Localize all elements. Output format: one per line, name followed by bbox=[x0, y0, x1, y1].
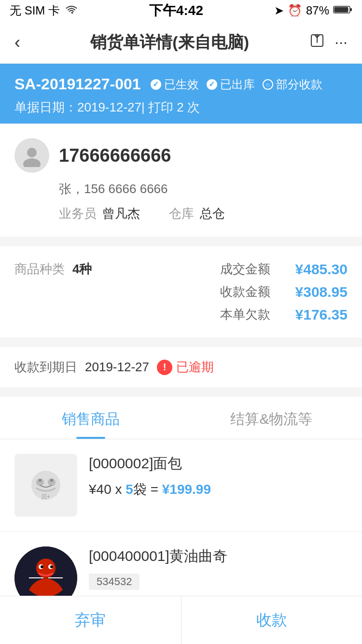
due-date-value: 2019-12-27 bbox=[85, 360, 149, 375]
salesperson-label: 业务员 bbox=[59, 205, 97, 222]
battery-icon bbox=[333, 4, 352, 17]
check-icon-1: ✓ bbox=[151, 79, 161, 90]
warehouse-info: 仓库 总仓 bbox=[169, 205, 225, 222]
status-badge-2: ✓ 已出库 bbox=[207, 77, 255, 92]
received-amount-value: ¥308.95 bbox=[280, 284, 348, 300]
salesperson-info: 业务员 曾凡杰 bbox=[59, 205, 140, 222]
product-price-1: ¥40 x bbox=[89, 482, 125, 497]
received-amount-row: 收款金额 ¥308.95 bbox=[220, 283, 348, 300]
status-right: ➤ ⏰ 87% bbox=[274, 4, 352, 17]
tab-settlement[interactable]: 结算&物流等 bbox=[181, 397, 362, 439]
svg-point-6 bbox=[23, 158, 41, 167]
svg-text:贝+: 贝+ bbox=[41, 493, 50, 500]
status-badge-1: ✓ 已生效 bbox=[151, 77, 199, 92]
carrier-label: 无 SIM 卡 bbox=[10, 3, 60, 18]
product-unit-1: 袋 bbox=[133, 482, 147, 497]
overdue-icon: ! bbox=[157, 360, 172, 375]
tabs-row: 销售商品 结算&物流等 bbox=[0, 397, 362, 439]
svg-point-5 bbox=[27, 148, 37, 157]
due-date-label: 收款到期日 bbox=[14, 359, 77, 376]
more-button[interactable]: ··· bbox=[334, 33, 348, 51]
status-badges: ✓ 已生效 ✓ 已出库 ○ 部分收款 bbox=[151, 77, 322, 92]
page-title: 销货单详情(来自电脑) bbox=[30, 31, 309, 54]
header-banner: SA-20191227-001 ✓ 已生效 ✓ 已出库 ○ 部分收款 单据日期：… bbox=[0, 64, 362, 124]
svg-rect-1 bbox=[350, 8, 352, 11]
print-info: | 打印 2 次 bbox=[141, 100, 200, 114]
category-value: 4种 bbox=[72, 261, 92, 278]
order-id: SA-20191227-001 bbox=[14, 75, 141, 93]
overdue-text: 已逾期 bbox=[176, 359, 214, 376]
tabs-section: 销售商品 结算&物流等 bbox=[0, 397, 362, 439]
product-total-1: ¥199.99 bbox=[162, 482, 211, 497]
share-button[interactable] bbox=[309, 33, 325, 52]
deal-amount-label: 成交金额 bbox=[220, 261, 270, 278]
product-image-1: 贝+ bbox=[14, 454, 77, 517]
status-left: 无 SIM 卡 bbox=[10, 3, 78, 18]
customer-row: 17666666666 bbox=[14, 138, 348, 173]
banner-row1: SA-20191227-001 ✓ 已生效 ✓ 已出库 ○ 部分收款 bbox=[14, 75, 348, 93]
customer-name: 17666666666 bbox=[59, 145, 171, 166]
check-icon-2: ✓ bbox=[207, 79, 217, 90]
nav-actions: ··· bbox=[309, 33, 348, 52]
warehouse-value: 总仓 bbox=[200, 205, 225, 222]
salesperson-value: 曾凡杰 bbox=[102, 205, 140, 222]
collect-payment-button[interactable]: 收款 bbox=[181, 596, 362, 644]
separator-1 bbox=[0, 241, 362, 246]
debt-amount-row: 本单欠款 ¥176.35 bbox=[220, 306, 348, 323]
product-equals-1: = bbox=[147, 482, 162, 497]
warehouse-label: 仓库 bbox=[169, 205, 194, 222]
status-badge-3: ○ 部分收款 bbox=[263, 77, 322, 92]
category-label: 商品种类 bbox=[14, 261, 65, 278]
separator-2 bbox=[0, 342, 362, 347]
cancel-audit-button[interactable]: 弃审 bbox=[0, 596, 181, 644]
product-name-1: [0000002]面包 bbox=[89, 454, 348, 474]
wifi-icon bbox=[65, 4, 78, 17]
stats-right: 成交金额 ¥485.30 收款金额 ¥308.95 本单欠款 ¥176.35 bbox=[220, 261, 348, 323]
product-name-2: [000400001]黄油曲奇 bbox=[89, 546, 348, 566]
alarm-icon: ⏰ bbox=[288, 4, 302, 17]
product-qty-1: 5 bbox=[125, 482, 133, 497]
category-row: 商品种类 4种 bbox=[14, 261, 92, 278]
debt-amount-label: 本单欠款 bbox=[220, 306, 270, 323]
received-amount-label: 收款金额 bbox=[220, 283, 270, 300]
date-label: 单据日期： bbox=[14, 100, 77, 114]
debt-amount-value: ¥176.35 bbox=[280, 307, 348, 323]
banner-date-row: 单据日期：2019-12-27| 打印 2 次 bbox=[14, 99, 348, 116]
deal-amount-row: 成交金额 ¥485.30 bbox=[220, 261, 348, 278]
status-bar: 无 SIM 卡 下午4:42 ➤ ⏰ 87% bbox=[0, 0, 362, 21]
nav-bar: ‹ 销货单详情(来自电脑) ··· bbox=[0, 21, 362, 64]
stats-section: 商品种类 4种 成交金额 ¥485.30 收款金额 ¥308.95 本单欠款 ¥… bbox=[0, 246, 362, 337]
back-button[interactable]: ‹ bbox=[14, 32, 30, 53]
product-price-row-1: ¥40 x 5袋 = ¥199.99 bbox=[89, 480, 348, 499]
svg-point-10 bbox=[39, 479, 42, 482]
customer-section: 17666666666 张，156 6666 6666 业务员 曾凡杰 仓库 总… bbox=[0, 124, 362, 237]
product-tag-2: 534532 bbox=[89, 574, 139, 590]
status-time: 下午4:42 bbox=[149, 1, 203, 20]
clock-icon: ○ bbox=[263, 79, 273, 90]
deal-amount-value: ¥485.30 bbox=[280, 261, 348, 278]
order-date: 2019-12-27 bbox=[77, 100, 141, 114]
stats-left: 商品种类 4种 bbox=[14, 261, 92, 278]
svg-point-11 bbox=[50, 479, 53, 482]
location-icon: ➤ bbox=[274, 4, 284, 17]
product-info-1: [0000002]面包 ¥40 x 5袋 = ¥199.99 bbox=[89, 454, 348, 499]
battery-label: 87% bbox=[306, 4, 329, 17]
svg-point-18 bbox=[50, 565, 53, 568]
svg-rect-2 bbox=[334, 7, 348, 13]
separator-3 bbox=[0, 392, 362, 397]
bottom-bar: 弃审 收款 bbox=[0, 596, 362, 644]
avatar bbox=[14, 138, 49, 173]
customer-sub: 张，156 6666 6666 bbox=[59, 181, 348, 197]
svg-point-17 bbox=[41, 565, 43, 568]
tab-sales-products[interactable]: 销售商品 bbox=[0, 397, 181, 439]
customer-info-row: 业务员 曾凡杰 仓库 总仓 bbox=[59, 205, 348, 222]
product-card-1: 贝+ [0000002]面包 ¥40 x 5袋 = ¥199.99 bbox=[0, 439, 362, 531]
overdue-badge: ! 已逾期 bbox=[157, 359, 214, 376]
due-section: 收款到期日 2019-12-27 ! 已逾期 bbox=[0, 347, 362, 387]
